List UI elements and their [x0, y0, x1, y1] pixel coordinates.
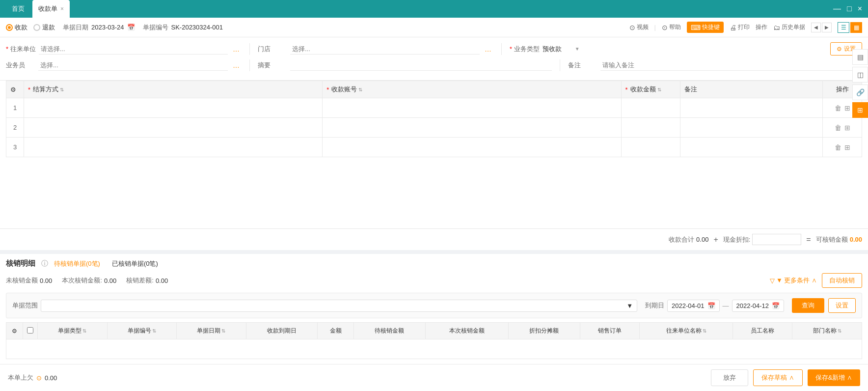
hx-pending-tab[interactable]: 待核销单据(0笔) [54, 259, 100, 268]
row-3-account[interactable] [323, 138, 621, 157]
right-panel-icon-3[interactable]: 🔗 [852, 84, 868, 100]
date-value: 2023-03-24 [91, 24, 124, 31]
nav-prev[interactable]: ◀ [811, 23, 821, 32]
row-1-amount[interactable] [621, 98, 680, 118]
summary-label: 摘要 [258, 61, 287, 70]
sort-icon-amount: ⇅ [657, 87, 661, 92]
date-start-input[interactable]: 2022-04-01 📅 [667, 300, 720, 312]
row-2-remark[interactable] [680, 118, 822, 138]
row-1-copy-btn[interactable]: ⊞ [844, 104, 850, 112]
row-3-copy-btn[interactable]: ⊞ [844, 143, 850, 151]
footer-info-icon[interactable]: ⊙ [36, 374, 42, 382]
row-1-remark[interactable] [680, 98, 822, 118]
summary-input[interactable] [290, 60, 552, 71]
staff-input[interactable] [38, 60, 228, 71]
sort-icon-account: ⇅ [358, 87, 362, 92]
window-max-btn[interactable]: □ [845, 3, 854, 14]
table-row: 3 🗑 ⊞ [6, 138, 862, 157]
row-1-account[interactable] [323, 98, 621, 118]
store-input[interactable] [290, 44, 480, 55]
nav-next[interactable]: ▶ [822, 23, 832, 32]
bt-sort-date[interactable]: 单据日期 ⇅ [197, 327, 225, 335]
current-value: 0.00 [104, 277, 116, 284]
remark-input[interactable] [600, 60, 862, 71]
business-type-field: * 业务类型 预收款 ▼ [510, 45, 706, 54]
hx-right: ▽ ▼ 更多条件 ∧ 自动核销 [770, 273, 862, 288]
counterparty-more-btn[interactable]: … [231, 45, 242, 53]
history-btn[interactable]: 🗂 历史单据 [773, 23, 805, 31]
save-draft-btn[interactable]: 保存草稿 ∧ [753, 369, 803, 386]
form-row-1: * 往来单位 … 门店 … * 业务类型 预收款 ▼ [6, 42, 862, 56]
th-account-sort[interactable]: * 收款账号 ⇅ [326, 85, 362, 94]
tab-home[interactable]: 首页 [4, 0, 32, 18]
range-label: 单据范围 [12, 301, 38, 310]
hx-stats-row: 未核销金额 0.00 本次核销金额: 0.00 核销差额: 0.00 ▽ ▼ 更… [6, 273, 862, 288]
filter-right: 查询 设置 [792, 298, 856, 313]
row-3-settlement[interactable] [24, 138, 323, 157]
tab-receipt-close[interactable]: × [60, 5, 64, 12]
hx-done-tab[interactable]: 已核销单据(0笔) [112, 259, 158, 268]
more-conditions-btn[interactable]: ▽ ▼ 更多条件 ∧ [770, 276, 817, 285]
window-close-btn[interactable]: × [856, 3, 864, 14]
hx-info-icon[interactable]: ⓘ [41, 259, 48, 268]
view-grid-icon[interactable]: ▦ [850, 22, 862, 33]
business-type-dropdown-icon[interactable]: ▼ [575, 46, 580, 52]
window-min-btn[interactable]: — [831, 3, 843, 14]
th-settlement-sort[interactable]: * 结算方式 ⇅ [28, 85, 64, 94]
discount-item: 现金折扣: [723, 234, 802, 245]
print-btn[interactable]: 🖨 打印 [730, 23, 750, 31]
query-btn[interactable]: 查询 [792, 298, 824, 313]
right-panel-icon-2[interactable]: ◫ [852, 67, 868, 83]
date-sep: — [723, 302, 729, 309]
due-label: 到期日 [645, 301, 664, 310]
row-3-amount[interactable] [621, 138, 680, 157]
operation-label: 操作 [756, 23, 767, 31]
operation-btn[interactable]: 操作 [756, 23, 767, 31]
form-section: * 往来单位 … 门店 … * 业务类型 预收款 ▼ [0, 37, 868, 81]
counterparty-input[interactable] [39, 44, 228, 55]
row-2-copy-btn[interactable]: ⊞ [844, 124, 850, 132]
bt-sort-dept[interactable]: 部门名称 ⇅ [813, 327, 841, 335]
view-list-icon[interactable]: ☰ [838, 22, 849, 33]
shortcut-btn[interactable]: ⌨ 快捷键 [687, 22, 724, 33]
right-panel-icon-4[interactable]: ⊞ [852, 102, 868, 118]
bt-sort-counterparty[interactable]: 往来单位名称 ⇅ [666, 327, 706, 335]
store-more-btn[interactable]: … [483, 45, 493, 53]
discount-input[interactable] [752, 234, 801, 245]
select-all-checkbox[interactable] [27, 327, 33, 334]
sort-icon-type: ⇅ [82, 328, 86, 334]
row-1-delete-btn[interactable]: 🗑 [835, 104, 841, 112]
abandon-btn[interactable]: 放弃 [711, 369, 748, 386]
range-select[interactable]: ▼ [41, 300, 637, 312]
video-btn[interactable]: ⊙ 视频 [629, 23, 649, 31]
filter-setting-btn[interactable]: 设置 [828, 298, 856, 313]
save-new-btn[interactable]: 保存&新增 ∧ [808, 369, 860, 386]
bt-sort-number[interactable]: 单据编号 ⇅ [128, 327, 156, 335]
row-1-settlement[interactable] [24, 98, 323, 118]
calendar-icon[interactable]: 📅 [127, 24, 135, 31]
date-end-input[interactable]: 2022-04-12 📅 [732, 300, 785, 312]
receipt-table: ⚙ * 结算方式 ⇅ * 收款账号 ⇅ [6, 81, 862, 157]
row-2-settlement[interactable] [24, 118, 323, 138]
th-amount-sort[interactable]: * 收款金额 ⇅ [625, 85, 661, 94]
footer-right: 放弃 保存草稿 ∧ 保存&新增 ∧ [711, 369, 860, 386]
row-2-delete-btn[interactable]: 🗑 [835, 124, 841, 132]
row-3-remark[interactable] [680, 138, 822, 157]
receipt-radio[interactable]: 收款 [6, 23, 27, 32]
diff-value: 0.00 [156, 277, 168, 284]
bt-th-gear[interactable]: ⚙ [6, 323, 23, 339]
help-btn[interactable]: ⊙ 帮助 [662, 23, 681, 31]
row-3-delete-btn[interactable]: 🗑 [835, 143, 841, 151]
bt-sort-type[interactable]: 单据类型 ⇅ [58, 327, 86, 335]
row-2-account[interactable] [323, 118, 621, 138]
sort-icon-dept: ⇅ [838, 328, 841, 334]
th-gear[interactable]: ⚙ [6, 81, 24, 98]
right-panel-icon-1[interactable]: ▤ [852, 49, 868, 65]
refund-radio[interactable]: 退款 [33, 23, 55, 32]
auto-hx-btn[interactable]: 自动核销 [822, 273, 862, 288]
bt-th-amount: 金额 [318, 323, 354, 339]
row-2-amount[interactable] [621, 118, 680, 138]
tab-receipt[interactable]: 收款单 × [32, 0, 70, 18]
bt-th-checkbox[interactable] [23, 323, 38, 339]
staff-more-btn[interactable]: … [231, 61, 242, 69]
